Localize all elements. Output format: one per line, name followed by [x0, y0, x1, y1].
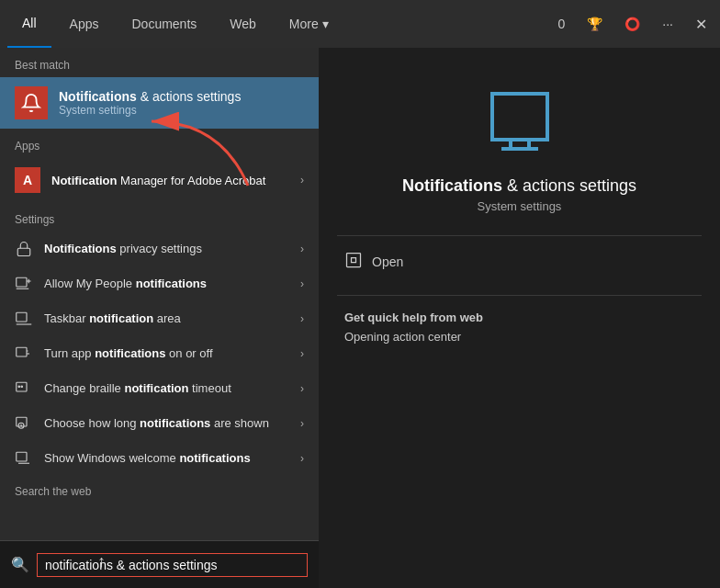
- svg-rect-2: [17, 312, 27, 322]
- chevron-right-icon-3: ›: [300, 312, 304, 325]
- svg-rect-3: [17, 347, 27, 356]
- web-help-text: Opening action center: [344, 330, 694, 344]
- settings-item-people[interactable]: Allow My People notifications ›: [0, 266, 319, 301]
- web-help-title: Get quick help from web: [344, 311, 694, 324]
- best-match-label: Best match: [0, 48, 319, 77]
- settings-item-6-text: Choose how long notifications are shown: [44, 416, 289, 432]
- settings-section-label: Settings: [0, 202, 319, 232]
- tab-all[interactable]: All: [7, 0, 51, 48]
- people-notification-icon: [15, 275, 33, 293]
- web-help-section: Get quick help from web Opening action c…: [337, 311, 702, 344]
- settings-item-4-text: Turn app notifications on or off: [44, 346, 289, 362]
- settings-item-3-text: Taskbar notification area: [44, 311, 289, 327]
- tab-web[interactable]: Web: [215, 0, 271, 48]
- chevron-right-icon-1: ›: [300, 243, 304, 255]
- chevron-right-icon-2: ›: [300, 277, 304, 290]
- apps-section-label: Apps: [0, 129, 319, 158]
- left-panel: Best match Notifications & actions setti…: [0, 48, 319, 588]
- chevron-right-icon-6: ›: [300, 417, 304, 430]
- braille-icon: [15, 379, 33, 398]
- svg-point-6: [21, 386, 23, 388]
- right-panel-icon: [483, 85, 557, 162]
- best-match-subtitle: System settings: [59, 104, 241, 117]
- chevron-right-icon-5: ›: [300, 382, 304, 395]
- svg-rect-0: [17, 248, 30, 255]
- open-icon: [344, 251, 363, 273]
- taskbar-icon: [15, 310, 33, 328]
- app-item-text: Notification Manager for Adobe Acrobat: [51, 174, 289, 187]
- search-bar: 🔍: [0, 540, 319, 588]
- settings-item-duration[interactable]: Choose how long notifications are shown …: [0, 406, 319, 441]
- web-section-label: Search the web: [0, 476, 319, 503]
- counter-badge[interactable]: 0: [553, 13, 571, 35]
- welcome-icon: [15, 449, 33, 468]
- divider-2: [337, 295, 702, 296]
- app-notification-icon: [15, 345, 33, 363]
- tab-more[interactable]: More ▾: [275, 0, 343, 48]
- chevron-right-icon: ›: [300, 174, 304, 187]
- svg-rect-9: [17, 452, 27, 461]
- top-nav-bar: All Apps Documents Web More ▾ 0 🏆 ⭕ ··· …: [0, 0, 720, 48]
- notification-privacy-icon: [15, 240, 33, 258]
- settings-item-7-text: Show Windows welcome notifications: [44, 451, 289, 467]
- chevron-right-icon-7: ›: [300, 452, 304, 465]
- tab-documents[interactable]: Documents: [117, 0, 211, 48]
- best-match-title: Notifications & actions settings: [59, 89, 241, 104]
- search-icon: 🔍: [11, 556, 29, 573]
- settings-item-turn-app[interactable]: Turn app notifications on or off ›: [0, 336, 319, 371]
- open-button[interactable]: Open: [337, 251, 702, 273]
- tab-apps[interactable]: Apps: [55, 0, 114, 48]
- notification-icon: [15, 86, 48, 119]
- tab-more-label: More: [289, 17, 319, 31]
- settings-item-taskbar[interactable]: Taskbar notification area ›: [0, 301, 319, 336]
- settings-item-2-text: Allow My People notifications: [44, 277, 289, 292]
- trophy-icon[interactable]: 🏆: [581, 13, 608, 35]
- close-button[interactable]: ✕: [690, 12, 713, 37]
- circle-icon[interactable]: ⭕: [619, 13, 646, 35]
- svg-rect-10: [347, 254, 361, 267]
- settings-item-5-text: Change braille notification timeout: [44, 381, 289, 397]
- settings-item-1-text: Notifications privacy settings: [44, 242, 289, 257]
- right-panel-title: Notifications & actions settings: [402, 176, 636, 196]
- settings-item-privacy[interactable]: Notifications privacy settings ›: [0, 232, 319, 266]
- svg-rect-1: [17, 277, 27, 287]
- adobe-icon: A: [15, 167, 40, 193]
- svg-point-5: [18, 386, 20, 388]
- right-panel: Notifications & actions settings System …: [319, 48, 720, 588]
- ellipsis-icon[interactable]: ···: [657, 13, 679, 35]
- settings-item-braille[interactable]: Change braille notification timeout ›: [0, 371, 319, 406]
- settings-item-welcome[interactable]: Show Windows welcome notifications ›: [0, 441, 319, 476]
- main-layout: Best match Notifications & actions setti…: [0, 48, 720, 588]
- best-match-item[interactable]: Notifications & actions settings System …: [0, 77, 319, 129]
- app-item-adobe[interactable]: A Notification Manager for Adobe Acrobat…: [0, 158, 319, 202]
- best-match-text: Notifications & actions settings System …: [59, 89, 241, 117]
- chevron-right-icon-4: ›: [300, 347, 304, 360]
- search-input[interactable]: [37, 553, 308, 577]
- duration-icon: [15, 414, 33, 433]
- divider: [337, 235, 702, 236]
- right-panel-subtitle: System settings: [478, 199, 562, 213]
- open-label: Open: [372, 254, 403, 269]
- chevron-down-icon: ▾: [322, 17, 329, 31]
